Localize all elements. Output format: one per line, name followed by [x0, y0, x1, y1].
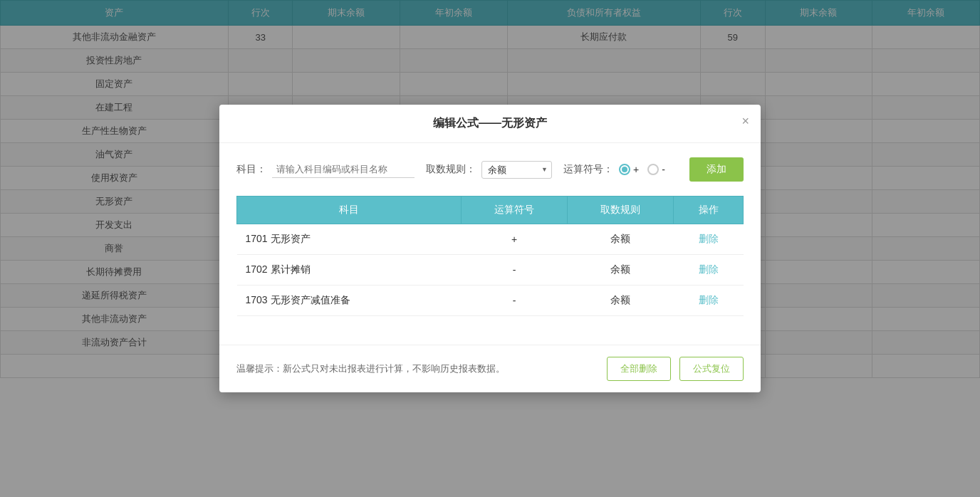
operator-group: 运算符号： + -	[563, 163, 665, 176]
row-action: 删除	[674, 224, 744, 255]
row-action: 删除	[674, 286, 744, 316]
radio-plus-indicator	[619, 164, 630, 175]
form-row: 科目： 取数规则： 余额 借方发生额 贷方发生额 运算符号：	[236, 157, 744, 182]
subject-label: 科目：	[236, 163, 266, 176]
modal-body: 科目： 取数规则： 余额 借方发生额 贷方发生额 运算符号：	[219, 143, 761, 345]
radio-minus-indicator	[647, 164, 659, 175]
row-rule: 余额	[568, 255, 674, 286]
modal-overlay: 编辑公式——无形资产 × 科目： 取数规则： 余额 借方发生额 贷方发生额	[0, 0, 980, 497]
operator-label: 运算符号：	[563, 163, 613, 176]
table-row: 1701 无形资产 + 余额 删除	[237, 224, 744, 255]
tip-text: 温馨提示：新公式只对未出报表进行计算，不影响历史报表数据。	[236, 362, 505, 375]
row-subject: 1702 累计摊销	[237, 255, 462, 286]
delete-link[interactable]: 删除	[699, 263, 719, 275]
add-button[interactable]: 添加	[689, 157, 744, 182]
subject-group: 科目：	[236, 161, 415, 178]
modal-title: 编辑公式——无形资产	[433, 117, 547, 129]
row-subject: 1703 无形资产减值准备	[237, 286, 462, 316]
subject-input[interactable]	[272, 161, 415, 178]
rule-group: 取数规则： 余额 借方发生额 贷方发生额	[426, 161, 552, 179]
table-header-cell: 科目	[237, 197, 462, 224]
row-operator: -	[462, 255, 568, 286]
reset-button[interactable]: 公式复位	[679, 357, 744, 381]
modal-header: 编辑公式——无形资产 ×	[219, 105, 761, 143]
footer-buttons: 全部删除 公式复位	[607, 357, 744, 381]
row-rule: 余额	[568, 286, 674, 316]
delete-link[interactable]: 删除	[699, 233, 719, 244]
row-subject: 1701 无形资产	[237, 224, 462, 255]
row-action: 删除	[674, 255, 744, 286]
modal-close-button[interactable]: ×	[741, 115, 749, 127]
modal: 编辑公式——无形资产 × 科目： 取数规则： 余额 借方发生额 贷方发生额	[219, 105, 761, 392]
table-header-cell: 运算符号	[462, 197, 568, 224]
formula-table: 科目运算符号取数规则操作 1701 无形资产 + 余额 删除 1702 累计摊销…	[236, 196, 744, 316]
table-header-cell: 取数规则	[568, 197, 674, 224]
delete-all-button[interactable]: 全部删除	[607, 357, 671, 381]
radio-minus[interactable]: -	[647, 164, 665, 175]
rule-select[interactable]: 余额 借方发生额 贷方发生额	[481, 161, 552, 179]
radio-plus-label: +	[633, 164, 639, 175]
radio-group: + -	[619, 164, 665, 175]
row-operator: +	[462, 224, 568, 255]
row-operator: -	[462, 286, 568, 316]
radio-minus-label: -	[662, 164, 665, 175]
modal-footer: 温馨提示：新公式只对未出报表进行计算，不影响历史报表数据。 全部删除 公式复位	[219, 345, 761, 392]
row-rule: 余额	[568, 224, 674, 255]
table-header-cell: 操作	[674, 197, 744, 224]
delete-link[interactable]: 删除	[699, 294, 719, 305]
table-row: 1702 累计摊销 - 余额 删除	[237, 255, 744, 286]
radio-plus[interactable]: +	[619, 164, 639, 175]
rule-label: 取数规则：	[426, 163, 476, 176]
table-row: 1703 无形资产减值准备 - 余额 删除	[237, 286, 744, 316]
rule-select-wrapper: 余额 借方发生额 贷方发生额	[481, 161, 552, 179]
